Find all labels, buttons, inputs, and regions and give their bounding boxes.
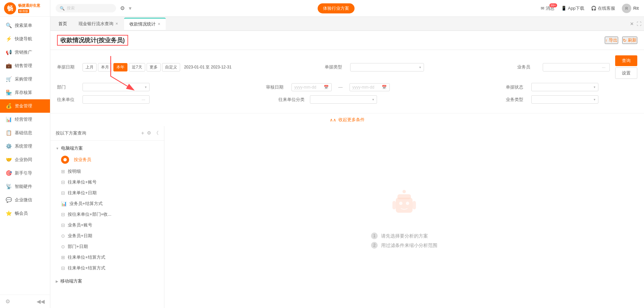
scheme-actions: + ⚙ 《 (141, 130, 159, 136)
sidebar-item-search[interactable]: 🔍 搜索菜单 (0, 19, 50, 32)
service-btn[interactable]: 🎧 在线客服 (591, 5, 615, 11)
sidebar-collapse-icon[interactable]: ◀◀ (37, 298, 45, 305)
window-expand-icon[interactable]: ⛶ (637, 21, 641, 27)
tab-bank-close[interactable]: ✕ (115, 22, 118, 25)
tab-home[interactable]: 首页 (53, 18, 72, 30)
wechat-icon: 💬 (5, 197, 12, 203)
review-date-end[interactable]: yyyy-mm-dd 📅 (350, 83, 390, 91)
mobile-group-arrow: ▶ (56, 279, 58, 283)
collapse-btn[interactable]: ∧∧ 收起更多条件 (50, 113, 644, 126)
review-date-start[interactable]: yyyy-mm-dd 📅 (291, 83, 332, 91)
salesman-date-icon: ⊙ (61, 233, 65, 239)
salesman-settlement-icon: 📊 (61, 201, 67, 206)
counterpart-account-icon: ⊟ (61, 179, 65, 185)
trial-btn[interactable]: 体验行业方案 (318, 3, 355, 13)
date-btn-more[interactable]: 更多 (147, 63, 161, 71)
svg-point-7 (406, 202, 409, 205)
dept-select[interactable]: ▾ (83, 83, 150, 91)
scheme-settings-icon[interactable]: ⚙ (147, 130, 151, 136)
scheme-add-icon[interactable]: + (141, 130, 144, 136)
date-btn-this-month[interactable]: 本月 (98, 63, 112, 71)
window-minimize-icon[interactable]: ✕ (630, 21, 634, 27)
dept-chevron: ▾ (145, 85, 147, 89)
scheme-item-by-counterpart-dept[interactable]: ⊟ 按往来单位+部门+收... (50, 209, 164, 220)
desktop-group-title[interactable]: ▼ 电脑端方案 (50, 143, 164, 153)
app-download-btn[interactable]: 📱 App下载 (561, 5, 584, 11)
sales-icon: 💼 (5, 62, 12, 69)
query-btn[interactable]: 查询 (615, 55, 637, 66)
sidebar-item-operation[interactable]: 📊 经营管理 (0, 113, 50, 126)
sidebar-item-sales[interactable]: 💼 销售管理 (0, 59, 50, 72)
sidebar-item-basic[interactable]: 📋 基础信息 (0, 126, 50, 140)
dept-date-icon: ⊙ (61, 244, 65, 249)
topbar-settings-icon[interactable]: ⚙ (120, 5, 125, 11)
message-btn[interactable]: ✉ 消息 99+ (541, 5, 554, 11)
doc-type-select[interactable]: ▾ (350, 63, 424, 71)
sidebar-item-inventory[interactable]: 🏪 库存核算 (0, 86, 50, 99)
sidebar-item-system[interactable]: ⚙️ 系统管理 (0, 140, 50, 153)
export-btn[interactable]: ↑ 导出 (605, 37, 619, 44)
settings-gear-icon[interactable]: ⚙ (5, 298, 10, 305)
scheme-item-salesman-date[interactable]: ⊙ 业务员+日期 (50, 230, 164, 241)
sidebar-item-member[interactable]: ⭐ 畅会员 (0, 207, 50, 220)
date-btn-custom[interactable]: 自定义 (162, 63, 180, 71)
scheme-header: 按以下方案查询 + ⚙ 《 (50, 126, 164, 141)
filter-row-1: 单据日期 上月 本月 本年 近7天 更多 自定义 2023-01-01 至 20… (57, 55, 637, 79)
user-area[interactable]: R Rit (622, 4, 639, 13)
scheme-item-salesman-settlement[interactable]: 📊 业务员+结算方式 (50, 198, 164, 209)
salesman-more-icon[interactable]: ··· (602, 65, 605, 70)
logo-icon: 畅 (4, 2, 16, 14)
counterpart-more-icon[interactable]: ··· (142, 97, 145, 102)
counterpart-dept-icon: ⊟ (61, 212, 65, 217)
scheme-collapse-icon[interactable]: 《 (154, 130, 159, 136)
scheme-group-desktop: ▼ 电脑端方案 按业务员 ⊞ 按明细 ⊟ (50, 143, 164, 273)
sidebar-item-purchase[interactable]: 🛒 采购管理 (0, 72, 50, 86)
settings-btn[interactable]: 设置 (615, 67, 637, 79)
sidebar-item-finance[interactable]: 💰 资金管理 (0, 99, 50, 113)
counterpart-select[interactable]: ··· (83, 95, 150, 104)
scheme-item-counterpart-settlement-1[interactable]: ⊞ 往来单位+结算方式 (50, 252, 164, 263)
tab-receipt-close[interactable]: ✕ (158, 22, 160, 26)
tab-bank[interactable]: 现金银行流水查询 ✕ (73, 18, 123, 30)
sidebar-item-marketing[interactable]: 📢 营销推广 (0, 46, 50, 59)
doc-status-select[interactable]: ▾ (531, 83, 598, 91)
date-btn-last-month[interactable]: 上月 (83, 63, 97, 71)
scheme-item-dept-date[interactable]: ⊙ 部门+日期 (50, 241, 164, 252)
topbar-right: ✉ 消息 99+ 📱 App下载 🎧 在线客服 R Rit (541, 4, 639, 13)
scheme-item-by-detail[interactable]: ⊞ 按明细 (50, 166, 164, 177)
refresh-btn[interactable]: ↻ 刷新 (622, 37, 637, 44)
sidebar-item-guide[interactable]: 🎯 新手引导 (0, 166, 50, 180)
counterpart-label: 往来单位 (57, 97, 77, 103)
app-icon: 📱 (561, 6, 567, 11)
page-actions: ↑ 导出 ↻ 刷新 (605, 37, 638, 44)
topbar-search-box[interactable]: 🔍 搜索 (56, 4, 116, 12)
biz-type-chevron: ▾ (594, 98, 595, 101)
scheme-item-counterpart-settlement-2[interactable]: ⊟ 往来单位+结算方式 (50, 263, 164, 273)
sidebar-item-corp[interactable]: 🤝 企业协同 (0, 153, 50, 166)
topbar-dropdown-icon[interactable]: ▾ (129, 5, 131, 11)
user-name: Rit (633, 6, 639, 11)
biz-type-select[interactable]: ▾ (531, 95, 598, 104)
basic-icon: 📋 (5, 130, 12, 136)
counterpart-type-select[interactable]: ▾ (310, 95, 377, 104)
counterpart-type-chevron: ▾ (372, 98, 374, 101)
svg-point-6 (399, 202, 402, 205)
date-btn-7days[interactable]: 近7天 (129, 63, 145, 71)
scheme-item-counterpart-account[interactable]: ⊟ 往来单位+账号 (50, 177, 164, 188)
sidebar-item-shortcut[interactable]: ⚡ 快捷导航 (0, 32, 50, 46)
filter-panel: 单据日期 上月 本月 本年 近7天 更多 自定义 2023-01-01 至 20… (50, 50, 644, 113)
sidebar-nav: 🔍 搜索菜单 ⚡ 快捷导航 📢 营销推广 💼 销售管理 🛒 采购管理 🏪 库存核… (0, 17, 50, 295)
date-btn-this-year[interactable]: 本年 (113, 63, 127, 71)
tab-receipt[interactable]: 收款情况统计 ✕ (124, 18, 166, 30)
sidebar-item-wechat[interactable]: 💬 企业微信 (0, 193, 50, 207)
page-content: 收款情况统计(按业务员) ↑ 导出 ↻ 刷新 单据日期 上月 本月 (50, 31, 644, 308)
scheme-item-by-salesman[interactable]: 按业务员 (50, 153, 164, 166)
mobile-group-title[interactable]: ▶ 移动端方案 (50, 276, 164, 286)
hardware-icon: 📡 (5, 183, 12, 190)
sidebar-item-hardware[interactable]: 📡 智能硬件 (0, 180, 50, 193)
salesman-label: 业务员 (517, 64, 537, 70)
salesman-select[interactable]: ··· (543, 63, 610, 71)
scheme-item-salesman-account[interactable]: ⊟ 业务员+账号 (50, 220, 164, 230)
doc-type-chevron: ▾ (419, 65, 421, 69)
scheme-item-counterpart-date[interactable]: ⊟ 往来单位+日期 (50, 188, 164, 198)
